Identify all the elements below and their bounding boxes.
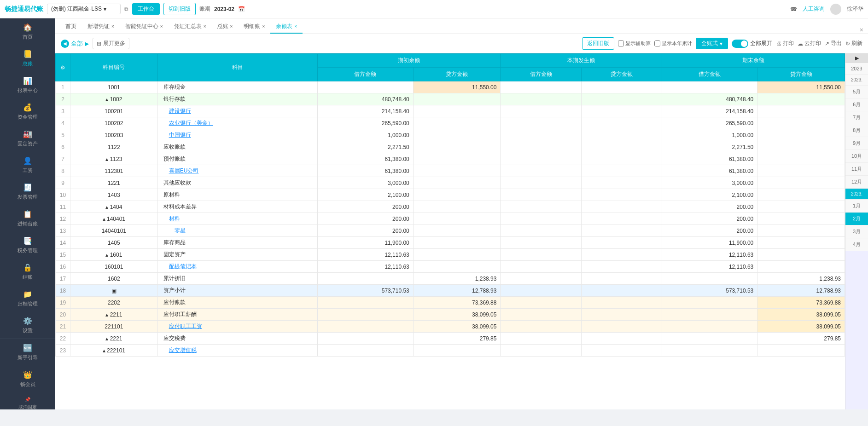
right-panel-month-12[interactable]: 12月 bbox=[845, 176, 868, 189]
table-row[interactable]: 5 100203中国银行1,000.001,000.00 bbox=[56, 129, 845, 141]
tab-new-voucher[interactable]: 新增凭证 × bbox=[82, 20, 120, 34]
name-cell[interactable]: 预付账款 bbox=[157, 153, 318, 165]
show-aux-input[interactable] bbox=[618, 40, 624, 46]
sidebar-item-purchase[interactable]: 📋 进销台账 bbox=[0, 205, 55, 232]
sidebar-item-settings[interactable]: ⚙️ 设置 bbox=[0, 312, 55, 339]
right-panel-year-2023-active[interactable]: 2023. bbox=[845, 189, 868, 200]
name-cell[interactable]: 银行存款 bbox=[157, 93, 318, 105]
balance-table-container[interactable]: ⚙ 科目编号 科目 期初余额 本期发生额 期末余额 借方金额 贷方金额 借方金额… bbox=[55, 53, 845, 409]
tab-new-voucher-close[interactable]: × bbox=[111, 24, 114, 29]
right-panel-month-4[interactable]: 4月 bbox=[845, 238, 868, 251]
name-cell[interactable]: 喜属EU公司 bbox=[157, 165, 318, 177]
sidebar-item-payroll[interactable]: 👤 工资 bbox=[0, 152, 55, 178]
table-row[interactable]: 22▴ 2221应交税费279.85279.85 bbox=[56, 333, 845, 345]
tab-ledger[interactable]: 总账 × bbox=[212, 20, 239, 34]
show-aux-checkbox[interactable]: 显示辅助算 bbox=[618, 40, 651, 47]
name-cell[interactable]: 零星 bbox=[157, 225, 318, 237]
name-cell[interactable]: 应交增值税 bbox=[157, 345, 318, 357]
name-cell[interactable]: 固定资产 bbox=[157, 249, 318, 261]
table-row[interactable]: 16 160101配提笔记本12,110.6312,110.63 bbox=[56, 261, 845, 273]
export-button[interactable]: ↗ 导出 bbox=[825, 40, 842, 47]
tab-balance-close[interactable]: × bbox=[294, 24, 297, 29]
table-row[interactable]: 21 221101应付职工工资38,099.0538,099.05 bbox=[56, 321, 845, 333]
gear-column-header[interactable]: ⚙ bbox=[56, 54, 70, 81]
table-row[interactable]: 91221其他应收款3,000.003,000.00 bbox=[56, 177, 845, 189]
right-panel-year-2023-top[interactable]: 2023 bbox=[845, 63, 868, 75]
sidebar-item-member[interactable]: 👑 畅会员 bbox=[0, 366, 55, 392]
table-row[interactable]: 20▴ 2211应付职工薪酬38,099.0538,099.05 bbox=[56, 309, 845, 321]
table-row[interactable]: 7▴ 1123预付账款61,380.0061,380.00 bbox=[56, 153, 845, 165]
name-cell[interactable]: 应收账款 bbox=[157, 141, 318, 153]
table-row[interactable]: 3 100201建设银行214,158.40214,158.40 bbox=[56, 105, 845, 117]
sidebar-item-pin[interactable]: 📌 取消固定 bbox=[0, 392, 55, 409]
right-panel-month-9[interactable]: 9月 bbox=[845, 137, 868, 150]
right-panel-month-10[interactable]: 10月 bbox=[845, 150, 868, 163]
right-panel-month-5[interactable]: 5月 bbox=[845, 86, 868, 98]
show-ytd-input[interactable] bbox=[654, 40, 660, 46]
tab-smart-voucher-close[interactable]: × bbox=[160, 24, 163, 29]
table-row[interactable]: 8 112301喜属EU公司61,380.0061,380.00 bbox=[56, 165, 845, 177]
table-row[interactable]: 141405库存商品11,900.0011,900.00 bbox=[56, 237, 845, 249]
tab-balance[interactable]: 余额表 × bbox=[270, 20, 303, 34]
right-panel-month-1[interactable]: 1月 bbox=[845, 200, 868, 213]
tab-voucher-summary-close[interactable]: × bbox=[204, 24, 206, 29]
sidebar-item-reports[interactable]: 📊 报表中心 bbox=[0, 72, 55, 98]
sidebar-item-invoice[interactable]: 🧾 发票管理 bbox=[0, 178, 55, 205]
right-panel-toggle[interactable]: ▶ bbox=[845, 53, 868, 63]
breadcrumb-back[interactable]: ◀ bbox=[61, 40, 69, 48]
table-row[interactable]: 61122应收账款2,271.502,271.50 bbox=[56, 141, 845, 153]
workbench-button[interactable]: 工作台 bbox=[132, 3, 160, 15]
sidebar-item-ledger[interactable]: 📒 总账 bbox=[0, 45, 55, 72]
name-cell[interactable]: 中国银行 bbox=[157, 129, 318, 141]
sidebar-item-archive[interactable]: 📁 归档管理 bbox=[0, 285, 55, 312]
close-all-tabs[interactable]: × bbox=[860, 26, 868, 34]
name-cell[interactable]: 农业银行（美金） bbox=[157, 117, 318, 129]
name-cell[interactable]: 其他应收款 bbox=[157, 177, 318, 189]
name-cell[interactable]: 应付职工薪酬 bbox=[157, 309, 318, 321]
table-row[interactable]: 11001库存现金11,550.0011,550.00 bbox=[56, 81, 845, 93]
table-row[interactable]: 12▴ 140401材料200.00200.00 bbox=[56, 213, 845, 225]
tab-home[interactable]: 首页 bbox=[60, 20, 82, 34]
refresh-button[interactable]: ↻ 刷新 bbox=[845, 40, 862, 47]
right-panel-month-3[interactable]: 3月 bbox=[845, 225, 868, 238]
table-row[interactable]: 192202应付账款73,369.8873,369.88 bbox=[56, 297, 845, 309]
table-row[interactable]: 13 14040101零星200.00200.00 bbox=[56, 225, 845, 237]
full-mode-button[interactable]: 全账式 ▾ bbox=[696, 38, 728, 49]
name-cell[interactable]: 应付账款 bbox=[157, 297, 318, 309]
name-cell[interactable]: 应付职工工资 bbox=[157, 321, 318, 333]
name-cell[interactable]: 材料 bbox=[157, 213, 318, 225]
company-selector[interactable]: (勿删) 江西融金-LSS ▾ bbox=[47, 4, 121, 14]
name-cell[interactable]: 材料成本差异 bbox=[157, 201, 318, 213]
name-cell[interactable]: 库存商品 bbox=[157, 237, 318, 249]
return-old-version-button[interactable]: 返回旧版 bbox=[582, 37, 614, 50]
right-panel-month-2-active[interactable]: 2月 bbox=[845, 213, 868, 225]
tab-ledger-close[interactable]: × bbox=[230, 24, 233, 29]
right-panel-year-label[interactable]: 2023. bbox=[845, 75, 868, 86]
tab-smart-voucher[interactable]: 智能凭证中心 × bbox=[120, 20, 169, 34]
name-cell[interactable]: 配提笔记本 bbox=[157, 261, 318, 273]
right-panel-month-6[interactable]: 6月 bbox=[845, 98, 868, 111]
sidebar-item-home[interactable]: 🏠 首页 bbox=[0, 18, 55, 45]
name-cell[interactable]: 累计折旧 bbox=[157, 273, 318, 285]
show-ytd-checkbox[interactable]: 显示本年累计 bbox=[654, 40, 692, 47]
table-row[interactable]: 4 100202农业银行（美金）265,590.00265,590.00 bbox=[56, 117, 845, 129]
toggle-switch-control[interactable] bbox=[732, 40, 748, 48]
tab-detail-close[interactable]: × bbox=[262, 24, 265, 29]
expand-all-toggle[interactable]: 全部展开 bbox=[732, 40, 772, 48]
sidebar-item-close[interactable]: 🔒 结账 bbox=[0, 259, 55, 285]
sidebar-item-funds[interactable]: 💰 资金管理 bbox=[0, 98, 55, 125]
tab-voucher-summary[interactable]: 凭证汇总表 × bbox=[169, 20, 212, 34]
right-panel-month-11[interactable]: 11月 bbox=[845, 163, 868, 176]
right-panel-scroll-dot[interactable] bbox=[845, 251, 868, 409]
tab-detail[interactable]: 明细账 × bbox=[238, 20, 270, 34]
breadcrumb-all[interactable]: 全部 bbox=[71, 40, 83, 48]
cloud-print-button[interactable]: ☁ 云打印 bbox=[798, 40, 821, 47]
sidebar-item-guide[interactable]: 🆕 新手引导 bbox=[0, 339, 55, 366]
print-button[interactable]: 🖨 打印 bbox=[776, 40, 794, 47]
right-panel-month-8[interactable]: 8月 bbox=[845, 124, 868, 137]
sidebar-item-assets[interactable]: 🏭 固定资产 bbox=[0, 125, 55, 152]
table-row[interactable]: 171602累计折旧1,238.931,238.93 bbox=[56, 273, 845, 285]
table-row[interactable]: 18▣资产小计573,710.5312,788.93573,710.5312,7… bbox=[56, 285, 845, 297]
calendar-icon[interactable]: 📅 bbox=[238, 6, 245, 12]
table-row[interactable]: 11▴ 1404材料成本差异200.00200.00 bbox=[56, 201, 845, 213]
